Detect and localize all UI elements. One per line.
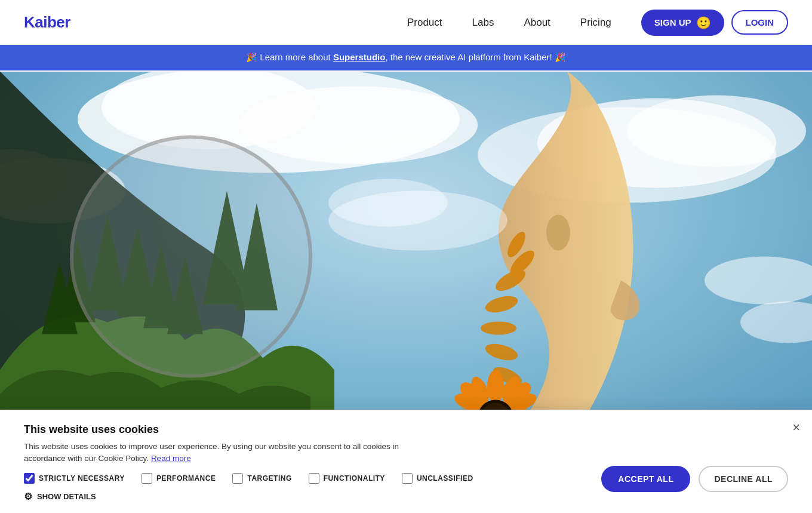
svg-point-58 [328,179,448,227]
banner-text-after: , the new creative AI platform from Kaib… [385,52,552,62]
svg-point-60 [73,139,309,374]
checkbox-performance[interactable]: PERFORMANCE [142,473,216,484]
banner-party-right: 🎉 [555,52,566,62]
checkbox-performance-input[interactable] [142,473,152,484]
checkbox-targeting-input[interactable] [232,473,243,484]
cookie-desc-text: This website uses cookies to improve use… [24,442,399,463]
svg-point-28 [546,215,570,251]
cookie-title: This website uses cookies [24,423,788,436]
banner-text-before: Learn more about [260,52,333,62]
nav-about[interactable]: About [512,12,562,33]
navbar: Kaiber Product Labs About Pricing SIGN U… [0,0,812,45]
banner-party-left: 🎉 [246,52,257,62]
checkbox-functionality-label: FUNCTIONALITY [324,474,385,483]
nav-pricing[interactable]: Pricing [568,12,623,33]
nav-links: Product Labs About Pricing [395,12,623,33]
svg-point-29 [487,370,504,404]
checkbox-performance-label: PERFORMANCE [156,474,216,483]
nav-product[interactable]: Product [395,12,454,33]
cookie-actions: ACCEPT ALL DECLINE ALL [601,466,788,492]
checkbox-functionality[interactable]: FUNCTIONALITY [309,473,385,484]
nav-labs[interactable]: Labs [460,12,506,33]
svg-point-3 [239,87,478,164]
cookie-description: This website uses cookies to improve use… [24,441,412,465]
login-button[interactable]: LOGIN [731,10,789,35]
logo[interactable]: Kaiber [24,13,70,32]
checkbox-targeting[interactable]: TARGETING [232,473,291,484]
cookie-banner: × This website uses cookies This website… [0,410,812,514]
checkbox-functionality-input[interactable] [309,473,319,484]
banner-link[interactable]: Superstudio [333,52,386,62]
cookie-read-more[interactable]: Read more [151,454,191,463]
smiley-icon: 🙂 [696,16,711,30]
checkbox-unclassified-input[interactable] [402,473,413,484]
decline-all-button[interactable]: DECLINE ALL [699,466,788,492]
show-details-toggle[interactable]: ⚙ SHOW DETAILS [24,491,788,502]
checkbox-strictly-input[interactable] [24,473,35,484]
checkbox-strictly[interactable]: STRICTLY NECESSARY [24,473,125,484]
announcement-banner: 🎉 Learn more about Superstudio, the new … [0,45,812,70]
cookie-close-button[interactable]: × [792,421,800,434]
signup-label: SIGN UP [654,17,691,27]
accept-all-button[interactable]: ACCEPT ALL [601,466,690,492]
signup-button[interactable]: SIGN UP 🙂 [641,10,724,36]
gear-icon: ⚙ [24,491,32,502]
show-details-label: SHOW DETAILS [37,492,96,501]
checkbox-unclassified-label: UNCLASSIFIED [417,474,473,483]
checkbox-targeting-label: TARGETING [247,474,291,483]
checkbox-strictly-label: STRICTLY NECESSARY [39,474,125,483]
svg-point-21 [481,322,516,335]
checkbox-unclassified[interactable]: UNCLASSIFIED [402,473,473,484]
